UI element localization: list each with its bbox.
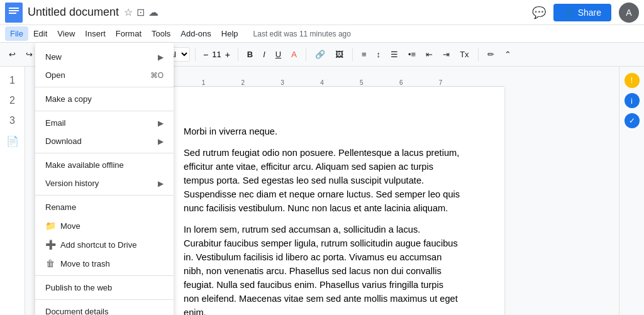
pen-button[interactable]: ✏ xyxy=(484,48,498,61)
make-copy-label: Make a copy xyxy=(45,94,92,104)
toolbar-divider-4 xyxy=(238,48,238,61)
dropdown-section-1: New ▶ Open ⌘O xyxy=(35,45,174,87)
dropdown-section-7: Document details Language ▶ Page setup xyxy=(35,300,174,315)
right-sidebar: ! i ✓ xyxy=(619,67,644,315)
menu-item-addons[interactable]: Add-ons xyxy=(175,26,216,41)
dd-item-offline[interactable]: Make available offline xyxy=(35,156,174,174)
doc-title[interactable]: Untitled document xyxy=(28,6,119,19)
notification-icon[interactable]: ! xyxy=(625,73,640,88)
sidebar-icon-2: 2 xyxy=(5,93,20,108)
toolbar-divider-6 xyxy=(352,48,353,61)
info-icon[interactable]: i xyxy=(625,93,640,108)
move-folder-icon: 📁 xyxy=(45,221,55,231)
toolbar-divider-7 xyxy=(478,48,479,61)
indent-decrease[interactable]: ⇤ xyxy=(422,48,436,61)
move-label: Move xyxy=(60,221,80,231)
line-spacing-button[interactable]: ↕ xyxy=(373,48,385,61)
doc-icon xyxy=(5,3,23,23)
avatar[interactable]: A xyxy=(619,3,639,23)
doc-content: Morbi in viverra neque. Sed rutrum feugi… xyxy=(184,124,460,315)
dd-item-move-trash[interactable]: 🗑 Move to trash xyxy=(35,254,174,273)
clear-format-button[interactable]: Tx xyxy=(456,48,472,61)
file-dropdown-menu: New ▶ Open ⌘O Make a copy Email ▶ Downlo… xyxy=(35,43,174,315)
email-arrow: ▶ xyxy=(158,119,164,128)
text-color-button[interactable]: A xyxy=(287,48,301,61)
dd-item-open[interactable]: Open ⌘O xyxy=(35,66,174,84)
image-button[interactable]: 🖼 xyxy=(331,48,347,61)
menu-bar: File Edit View Insert Format Tools Add-o… xyxy=(0,25,644,43)
italic-button[interactable]: I xyxy=(259,48,269,61)
dd-item-version-history[interactable]: Version history ▶ xyxy=(35,174,174,192)
menu-item-file[interactable]: File xyxy=(5,26,28,41)
dd-item-email[interactable]: Email ▶ xyxy=(35,114,174,132)
cloud-icon[interactable]: ☁ xyxy=(148,6,158,18)
underline-button[interactable]: U xyxy=(272,48,285,61)
share-button[interactable]: 👤 Share xyxy=(553,4,611,21)
folder-icon[interactable]: ⊡ xyxy=(136,6,145,18)
font-size-decrease[interactable]: − xyxy=(201,50,211,60)
title-bar: Untitled document ☆ ⊡ ☁ 💬 👤 Share A xyxy=(0,0,644,25)
check-icon[interactable]: ✓ xyxy=(625,113,640,128)
star-icon[interactable]: ☆ xyxy=(124,6,133,18)
move-trash-label: Move to trash xyxy=(60,259,110,268)
dropdown-section-2: Make a copy xyxy=(35,87,174,111)
new-arrow: ▶ xyxy=(158,53,164,62)
redo-button[interactable]: ↪ xyxy=(22,48,36,61)
bold-button[interactable]: B xyxy=(243,48,257,61)
dd-item-add-shortcut[interactable]: ➕ Add shortcut to Drive xyxy=(35,235,174,254)
dropdown-section-5: Rename 📁 Move ➕ Add shortcut to Drive 🗑 … xyxy=(35,196,174,276)
left-sidebar: 1 2 3 📄 xyxy=(0,67,25,315)
dd-item-doc-details[interactable]: Document details xyxy=(35,302,174,315)
dd-item-move[interactable]: 📁 Move xyxy=(35,216,174,235)
sidebar-icon-3: 3 xyxy=(5,113,20,128)
bullet-button[interactable]: •≡ xyxy=(404,48,419,61)
font-size-increase[interactable]: + xyxy=(223,50,233,60)
toolbar-divider-3 xyxy=(195,48,196,61)
version-history-label: Version history xyxy=(45,179,99,188)
dd-item-make-copy[interactable]: Make a copy xyxy=(35,90,174,108)
dd-item-new[interactable]: New ▶ xyxy=(35,48,174,66)
add-shortcut-icon: ➕ xyxy=(45,240,55,250)
font-size-control: − 11 + xyxy=(201,50,233,60)
page-icon[interactable]: 📄 xyxy=(5,133,20,148)
menu-item-tools[interactable]: Tools xyxy=(147,26,175,41)
font-size-value: 11 xyxy=(212,50,221,59)
doc-paragraph-1[interactable]: Morbi in viverra neque. xyxy=(184,124,460,138)
trash-icon: 🗑 xyxy=(45,258,55,268)
dd-item-rename[interactable]: Rename xyxy=(35,198,174,216)
top-bar-right: 💬 👤 Share A xyxy=(532,3,639,23)
toolbar-divider-5 xyxy=(306,48,306,61)
dropdown-section-3: Email ▶ Download ▶ xyxy=(35,111,174,153)
add-shortcut-label: Add shortcut to Drive xyxy=(60,240,136,250)
dropdown-section-4: Make available offline Version history ▶ xyxy=(35,153,174,196)
align-button[interactable]: ≡ xyxy=(358,48,370,61)
download-label: Download xyxy=(45,136,82,146)
menu-item-view[interactable]: View xyxy=(52,26,80,41)
comment-button[interactable]: 💬 xyxy=(532,6,546,19)
download-arrow: ▶ xyxy=(158,137,164,146)
email-label: Email xyxy=(45,118,66,128)
publish-label: Publish to the web xyxy=(45,283,112,292)
new-label: New xyxy=(45,52,62,62)
doc-page: Morbi in viverra neque. Sed rutrum feugi… xyxy=(140,87,504,315)
rename-label: Rename xyxy=(45,202,76,212)
doc-details-label: Document details xyxy=(45,307,108,315)
dropdown-section-6: Publish to the web xyxy=(35,276,174,300)
indent-increase[interactable]: ⇥ xyxy=(439,48,453,61)
menu-item-edit[interactable]: Edit xyxy=(28,26,52,41)
link-button[interactable]: 🔗 xyxy=(311,48,329,61)
expand-button[interactable]: ⌃ xyxy=(501,48,515,61)
menu-item-help[interactable]: Help xyxy=(216,26,243,41)
doc-paragraph-2[interactable]: Sed rutrum feugiat odio non posuere. Pel… xyxy=(184,146,460,215)
dd-item-publish[interactable]: Publish to the web xyxy=(35,279,174,297)
doc-paragraph-3[interactable]: In lorem sem, rutrum sed accumsan a, sol… xyxy=(184,223,460,315)
title-icons: ☆ ⊡ ☁ xyxy=(124,6,158,18)
list-button[interactable]: ☰ xyxy=(387,48,402,61)
menu-item-insert[interactable]: Insert xyxy=(80,26,111,41)
last-edit-label: Last edit was 11 minutes ago xyxy=(253,30,351,38)
menu-item-format[interactable]: Format xyxy=(111,26,147,41)
dd-item-download[interactable]: Download ▶ xyxy=(35,132,174,150)
undo-button[interactable]: ↩ xyxy=(5,48,19,61)
sidebar-icon-1: 1 xyxy=(5,73,20,88)
share-icon: 👤 xyxy=(564,8,574,18)
